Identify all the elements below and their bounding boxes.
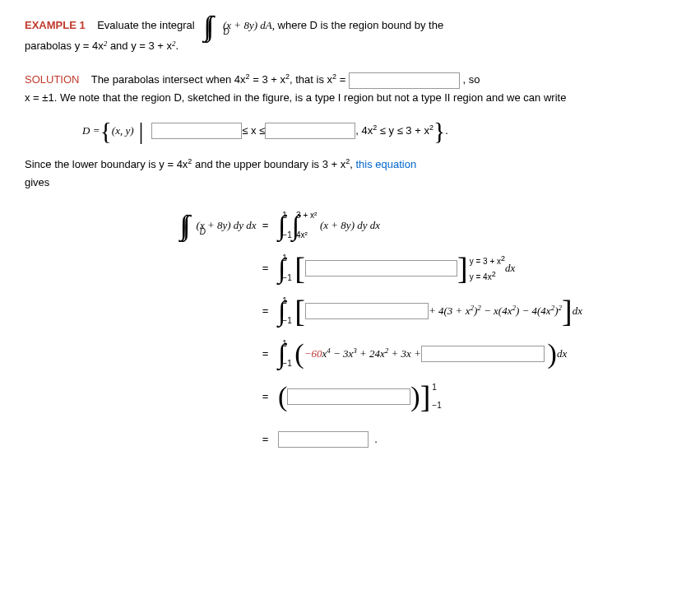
blank-xupper[interactable] — [265, 123, 355, 139]
solution-para1: SOLUTION The parabolas intersect when 4x… — [25, 71, 675, 108]
region-D-sub: D — [224, 25, 229, 39]
solution-label: SOLUTION — [25, 73, 79, 86]
blank-xsquared[interactable] — [349, 72, 460, 89]
eval-limits-y: y = 3 + x2 y = 4x2 — [470, 255, 505, 281]
blank-xlower[interactable] — [151, 123, 242, 139]
solution-line2: x = ±1. We note that the region D, sketc… — [25, 91, 566, 104]
where-text: where D is the region bound by the — [278, 19, 444, 31]
step-1: ∫∫ D (x + 8y) dy dx = ∫ 1 −1 ∫ 3 + x² 4x… — [25, 207, 675, 244]
integrand: (x + 8y) dA, — [223, 19, 275, 31]
example-label: EXAMPLE 1 — [25, 19, 86, 31]
blank-step3[interactable] — [305, 303, 429, 319]
double-integral-icon: ∫∫ D — [204, 15, 215, 37]
step-5: = ( ) ] 1 −1 — [25, 378, 675, 416]
blank-final[interactable] — [278, 431, 369, 448]
eval-limits-x: 1 −1 — [432, 383, 441, 410]
lead-text: Evaluate the integral — [97, 19, 195, 31]
step-4: = ∫ 1 −1 ( −60x4 − 3x3 + 24x2 + 3x + ) d… — [25, 335, 675, 373]
this-equation-link[interactable]: this equation — [355, 158, 416, 170]
problem-statement: EXAMPLE 1 Evaluate the integral ∫∫ D (x … — [25, 15, 675, 56]
step-2: = ∫ 1 −1 [ ] y = 3 + x2 y = 4x2 dx — [25, 249, 675, 287]
step-6: = . — [25, 421, 675, 458]
and-text: and y = 3 + x2 — [110, 40, 176, 53]
derivation: ∫∫ D (x + 8y) dy dx = ∫ 1 −1 ∫ 3 + x² 4x… — [25, 207, 675, 458]
blank-step4[interactable] — [421, 346, 545, 362]
since-para: Since the lower boundary is y = 4x2 and … — [25, 156, 675, 193]
region-definition: D = { (x, y) | ≤ x ≤ , 4x2 ≤ y ≤ 3 + x2 … — [25, 122, 675, 140]
blank-step5[interactable] — [287, 388, 410, 405]
parabola1: parabolas y = 4x2 — [25, 40, 107, 53]
step-3: = ∫ 1 −1 [ + 4(3 + x2)2 − x(4x2) − 4(4x2… — [25, 292, 675, 330]
blank-step2[interactable] — [305, 260, 457, 277]
